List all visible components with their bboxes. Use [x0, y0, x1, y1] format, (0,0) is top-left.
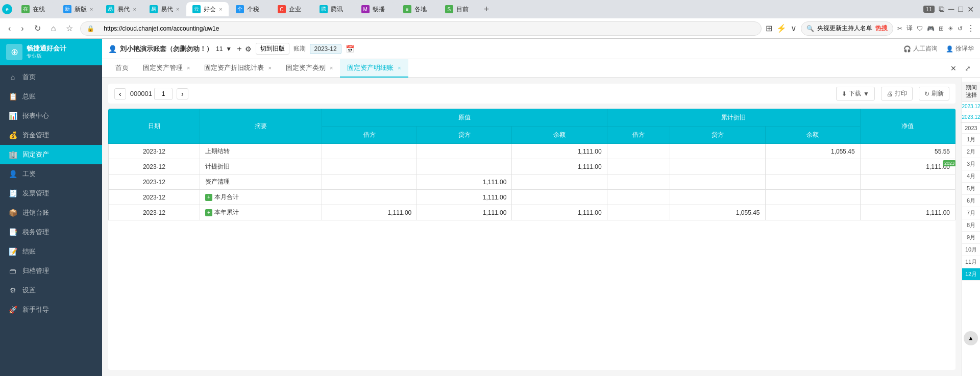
history-icon[interactable]: ↺ — [958, 25, 963, 32]
sidebar-item-guide[interactable]: 🚀 新手引导 — [0, 300, 102, 319]
dropdown-icon[interactable]: ∨ — [791, 23, 797, 33]
period-item-9[interactable]: 9月 — [962, 232, 980, 244]
address-bar: ‹ › ↻ ⌂ ☆ 🔒 ⊞ ⚡ ∨ 🔍 央视更新主持人名单 热搜 ✂ 译 🛡 🎮… — [0, 18, 980, 39]
shield-icon[interactable]: 🛡 — [917, 25, 923, 32]
forward-button[interactable]: › — [18, 23, 27, 34]
period-item-8[interactable]: 8月 — [962, 219, 980, 232]
period-item-1[interactable]: 1月 — [962, 134, 980, 146]
period-item-10[interactable]: 10月 — [962, 244, 980, 256]
sidebar-item-tax[interactable]: 📑 税务管理 — [0, 222, 102, 242]
brightness-icon[interactable]: ☀ — [948, 25, 953, 32]
reload-button[interactable]: ↻ — [31, 22, 44, 34]
game-icon[interactable]: 🎮 — [927, 25, 935, 32]
sidebar-item-archive[interactable]: 🗃 归档管理 — [0, 261, 102, 281]
sidebar-item-general-ledger[interactable]: 📋 总账 — [0, 87, 102, 106]
tab-close-易代2[interactable]: × — [176, 6, 179, 12]
page-tab-category-close[interactable]: × — [330, 65, 333, 71]
tab-close-好会[interactable]: × — [219, 6, 222, 12]
minimize-icon[interactable]: ─ — [948, 5, 954, 14]
user-button[interactable]: 👤 徐译华 — [946, 44, 974, 53]
period-item-2[interactable]: 2月 — [962, 146, 980, 158]
tab-目前[interactable]: S 目前 — [439, 2, 480, 16]
period-item-6[interactable]: 6月 — [962, 195, 980, 207]
page-tab-category[interactable]: 固定资产类别 × — [279, 59, 340, 78]
translate-icon[interactable]: 译 — [906, 24, 913, 33]
sidebar-item-home[interactable]: ⌂ 首页 — [0, 67, 102, 87]
restore-icon[interactable]: ⧉ — [939, 5, 944, 14]
sidebar-label-home: 首页 — [22, 72, 36, 82]
new-tab-button[interactable]: + — [481, 4, 493, 15]
add-account-icon[interactable]: + — [237, 44, 241, 54]
expand-button[interactable]: ⤢ — [962, 63, 974, 73]
period-date-1[interactable]: 2023.12 — [961, 102, 980, 112]
tab-新版[interactable]: 新 新版 × — [57, 2, 99, 16]
sidebar-menu: ⌂ 首页 📋 总账 📊 报表中心 💰 资金管理 🏢 固定资产 👤 工资 — [0, 65, 102, 376]
page-tab-ledger[interactable]: 固定资产明细账 × — [340, 59, 408, 78]
close-window-icon[interactable]: ✕ — [967, 5, 974, 14]
grid-icon[interactable]: ⊞ — [766, 23, 772, 33]
tab-企业[interactable]: C 企业 — [272, 2, 312, 16]
next-page-button[interactable]: › — [177, 88, 188, 99]
scroll-top-button[interactable]: ▲ — [964, 331, 978, 345]
tab-易代1[interactable]: 易 易代 × — [100, 2, 142, 16]
page-number-input[interactable] — [154, 88, 173, 100]
page-tab-ledger-close[interactable]: × — [398, 65, 401, 71]
page-tab-dep-stat-close[interactable]: × — [268, 65, 271, 71]
page-tab-fixed-asset-mgmt[interactable]: 固定资产管理 × — [136, 59, 197, 78]
prev-page-button[interactable]: ‹ — [114, 88, 126, 99]
row4-net-value — [860, 190, 955, 205]
sidebar-item-settlement[interactable]: 📝 结账 — [0, 242, 102, 261]
print-button[interactable]: 🖨 打印 — [881, 87, 913, 101]
layout-icon[interactable]: ⊞ — [939, 25, 944, 32]
maximize-icon[interactable]: □ — [958, 5, 963, 14]
bookmark-button[interactable]: ☆ — [63, 22, 76, 34]
tab-易代2[interactable]: 易 易代 × — [143, 2, 185, 16]
sidebar-item-settings[interactable]: ⚙ 设置 — [0, 281, 102, 300]
period-item-4[interactable]: 4月 — [962, 170, 980, 183]
calendar-icon[interactable]: 📅 — [346, 45, 354, 53]
period-item-5[interactable]: 5月 — [962, 183, 980, 195]
sidebar-item-funds[interactable]: 💰 资金管理 — [0, 126, 102, 145]
back-button[interactable]: ‹ — [5, 23, 14, 34]
sidebar-item-inventory[interactable]: 📦 进销台账 — [0, 203, 102, 222]
settings-small-icon[interactable]: ⚙ — [245, 45, 252, 53]
scissors-icon[interactable]: ✂ — [897, 25, 902, 32]
address-input[interactable] — [97, 21, 755, 36]
th-orig-credit: 贷方 — [417, 127, 512, 144]
period-item-year[interactable]: 2023 — [962, 123, 980, 134]
period-item-3[interactable]: 3月 — [962, 158, 980, 170]
page-tab-fixed-asset-mgmt-close[interactable]: × — [187, 65, 190, 71]
tab-畅播[interactable]: M 畅播 — [355, 2, 396, 16]
lightning-icon[interactable]: ⚡ — [776, 23, 787, 33]
period-item-12[interactable]: 12月 — [962, 268, 980, 281]
page-tab-dep-stat[interactable]: 固定资产折旧统计表 × — [197, 59, 278, 78]
tab-close-新版[interactable]: × — [90, 6, 93, 12]
tab-label-新版: 新版 — [75, 5, 87, 14]
table-row: 2023-12 +本年累计 1,111.00 1,111.00 1,111.00… — [109, 205, 955, 220]
close-all-tabs-button[interactable]: ✕ — [947, 63, 960, 73]
tab-好会[interactable]: 云 好会 × — [186, 2, 228, 16]
tab-腾讯[interactable]: 腾 腾讯 — [313, 2, 354, 16]
tab-在线[interactable]: 在 在线 — [15, 2, 56, 16]
sidebar-item-salary[interactable]: 👤 工资 — [0, 164, 102, 184]
switch-version-button[interactable]: 切到旧版 — [256, 43, 289, 55]
tab-close-易代1[interactable]: × — [133, 6, 136, 12]
period-item-7[interactable]: 7月 — [962, 207, 980, 219]
sidebar-item-fixed-assets[interactable]: 🏢 固定资产 — [0, 145, 102, 164]
more-icon[interactable]: ⋮ — [967, 23, 975, 33]
tab-个税[interactable]: 个 个税 — [230, 2, 271, 16]
period-item-11[interactable]: 11月 — [962, 256, 980, 268]
period-date-2[interactable]: 2023.12 — [961, 112, 980, 123]
refresh-button[interactable]: ↻ 刷新 — [919, 87, 949, 101]
tab-favicon-易代2: 易 — [150, 5, 158, 13]
download-button[interactable]: ⬇ 下载 ▼ — [836, 87, 875, 101]
sidebar-item-invoice[interactable]: 🧾 发票管理 — [0, 184, 102, 203]
sidebar-item-reports[interactable]: 📊 报表中心 — [0, 106, 102, 126]
help-button[interactable]: 🎧 人工咨询 — [903, 44, 938, 53]
home-button[interactable]: ⌂ — [48, 23, 59, 34]
tab-label-腾讯: 腾讯 — [331, 5, 343, 14]
dropdown-arrow-icon[interactable]: ▼ — [226, 45, 232, 53]
row3-orig-debit — [322, 174, 417, 190]
tab-各地[interactable]: ≡ 各地 — [397, 2, 438, 16]
page-tab-home[interactable]: 首页 — [108, 59, 136, 78]
